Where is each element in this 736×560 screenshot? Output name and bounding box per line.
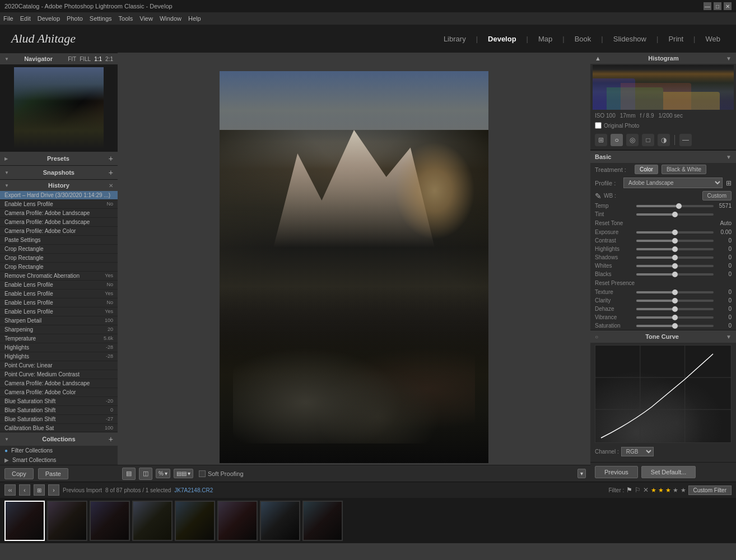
collections-header[interactable]: ▼ Collections + <box>0 432 118 446</box>
blacks-thumb[interactable] <box>672 272 678 277</box>
filmstrip-thumb-1[interactable] <box>4 501 45 541</box>
list-item[interactable]: Camera Profile: Adobe Color <box>0 227 118 236</box>
collections-add-button[interactable]: + <box>109 435 113 444</box>
presets-add-button[interactable]: + <box>109 154 113 163</box>
star-5[interactable]: ★ <box>681 487 686 493</box>
menu-file[interactable]: File <box>3 15 13 22</box>
nav-print[interactable]: Print <box>664 32 688 45</box>
list-item[interactable]: Blue Saturation Shift -20 <box>0 397 118 406</box>
whites-slider[interactable] <box>636 265 714 267</box>
list-item[interactable]: Camera Profile: Adobe Landscape <box>0 218 118 227</box>
menu-photo[interactable]: Photo <box>67 15 83 22</box>
menu-help[interactable]: Help <box>188 15 201 22</box>
previous-button[interactable]: Previous <box>595 466 638 478</box>
nav-slideshow[interactable]: Slideshow <box>609 32 651 45</box>
dehaze-slider[interactable] <box>636 308 714 310</box>
wb-custom-button[interactable]: Custom <box>702 191 732 200</box>
temp-thumb[interactable] <box>676 203 682 209</box>
list-item[interactable]: Enable Lens Profile Yes <box>0 290 118 298</box>
filmstrip-filename[interactable]: JK7A2148.CR2 <box>174 487 213 493</box>
copy-button[interactable]: Copy <box>4 468 34 479</box>
original-photo-checkbox[interactable] <box>595 122 602 129</box>
snapshots-header[interactable]: ▼ Snapshots + <box>0 165 118 179</box>
vibrance-thumb[interactable] <box>672 315 678 320</box>
exposure-thumb[interactable] <box>672 230 678 235</box>
tone-curve-channel-select[interactable]: RGB Red Green Blue <box>621 447 654 456</box>
filmstrip-next1-button[interactable]: › <box>48 484 59 496</box>
filmstrip-thumb-8[interactable] <box>302 501 343 541</box>
list-item[interactable]: Highlights -28 <box>0 352 118 361</box>
zoom-fill[interactable]: FILL <box>80 56 91 62</box>
mask-icon[interactable]: □ <box>642 134 654 146</box>
filter-collections-item[interactable]: ● Filter Collections <box>0 446 118 455</box>
clarity-thumb[interactable] <box>672 298 678 304</box>
filmstrip-thumb-7[interactable] <box>260 501 300 541</box>
tone-curve-header[interactable]: ○ Tone Curve ▼ <box>590 330 736 343</box>
smart-collections-item[interactable]: ▶ Smart Collections <box>0 455 118 465</box>
treatment-color-button[interactable]: Color <box>635 165 658 174</box>
redeye-icon[interactable]: ◎ <box>626 134 639 146</box>
list-item[interactable]: Sharpening 20 <box>0 325 118 334</box>
list-item[interactable]: Paste Settings <box>0 236 118 245</box>
list-item[interactable]: Blue Saturation Shift -27 <box>0 415 118 424</box>
list-item[interactable]: Crop Rectangle <box>0 245 118 254</box>
filmstrip-thumb-3[interactable] <box>90 501 130 541</box>
profile-select[interactable]: Adobe Landscape <box>623 178 723 188</box>
filter-reject-icon[interactable]: ✕ <box>643 486 649 494</box>
history-item-export[interactable]: Export – Hard Drive (3/30/2020 1:14:29 .… <box>0 191 118 200</box>
list-item[interactable]: Remove Chromatic Aberration Yes <box>0 272 118 281</box>
menu-develop[interactable]: Develop <box>38 15 60 22</box>
filmstrip-grid-button[interactable]: ⊞ <box>34 484 45 496</box>
custom-filter-button[interactable]: Custom Filter <box>688 486 732 495</box>
soft-proofing-checkbox[interactable] <box>199 470 206 477</box>
set-default-button[interactable]: Set Default... <box>641 466 696 478</box>
view-mode-dropdown[interactable]: ▤▤ ▾ <box>174 469 193 478</box>
filmstrip-prev1-button[interactable]: ‹ <box>19 484 30 496</box>
dehaze-thumb[interactable] <box>672 306 678 312</box>
graduated-filter-icon[interactable]: ◑ <box>658 134 670 146</box>
crop-tool-icon[interactable]: ⊞ <box>595 134 607 146</box>
temp-slider[interactable] <box>636 205 714 207</box>
eyedropper-icon[interactable]: ✎ <box>595 192 602 200</box>
texture-thumb[interactable] <box>672 290 678 295</box>
whites-thumb[interactable] <box>672 263 678 269</box>
paste-button[interactable]: Paste <box>38 468 68 479</box>
highlights-thumb[interactable] <box>672 246 678 252</box>
highlights-slider[interactable] <box>636 248 714 250</box>
star-2[interactable]: ★ <box>658 487 664 493</box>
nav-book[interactable]: Book <box>570 32 596 45</box>
histogram-expand-icon[interactable]: ▼ <box>726 55 732 62</box>
shadows-thumb[interactable] <box>672 255 678 260</box>
basic-panel-header[interactable]: Basic ▼ <box>590 151 736 163</box>
contrast-slider[interactable] <box>636 240 714 242</box>
list-item[interactable]: Camera Profile: Adobe Landscape <box>0 209 118 218</box>
nav-web[interactable]: Web <box>701 32 725 45</box>
menu-window[interactable]: Window <box>160 15 181 22</box>
nav-map[interactable]: Map <box>534 32 557 45</box>
close-button[interactable]: ✕ <box>724 2 732 10</box>
tint-thumb[interactable] <box>672 212 678 217</box>
menu-edit[interactable]: Edit <box>20 15 31 22</box>
nav-library[interactable]: Library <box>439 32 471 45</box>
filter-unflag-icon[interactable]: ⚐ <box>635 486 641 494</box>
zoom-1-1[interactable]: 1:1 <box>94 56 102 62</box>
list-item[interactable]: Enable Lens Profile No <box>0 200 118 209</box>
list-item[interactable]: Camera Profile: Adobe Landscape <box>0 379 118 388</box>
list-item[interactable]: Highlights -28 <box>0 343 118 352</box>
shadows-slider[interactable] <box>636 256 714 259</box>
list-item[interactable]: Sharpen Detail 100 <box>0 316 118 325</box>
maximize-button[interactable]: □ <box>714 2 721 10</box>
menu-settings[interactable]: Settings <box>90 15 112 22</box>
zoom-fit[interactable]: FIT <box>68 56 76 62</box>
spot-removal-icon[interactable]: ○ <box>611 134 623 146</box>
treatment-bw-button[interactable]: Black & White <box>662 165 706 174</box>
star-1[interactable]: ★ <box>651 487 656 493</box>
navigator-header[interactable]: ▼ Navigator FIT FILL 1:1 2:1 <box>0 53 118 64</box>
list-item[interactable]: Enable Lens Profile No <box>0 281 118 290</box>
history-header[interactable]: ▼ History ✕ <box>0 179 118 191</box>
tool-extra-1[interactable]: — <box>679 134 692 146</box>
profile-grid-icon[interactable]: ⊞ <box>726 179 732 187</box>
settings-dropdown[interactable]: ▾ <box>577 469 586 478</box>
zoom-dropdown[interactable]: % ▾ <box>156 469 170 478</box>
list-item[interactable]: Calibration Blue Sat 100 <box>0 424 118 432</box>
